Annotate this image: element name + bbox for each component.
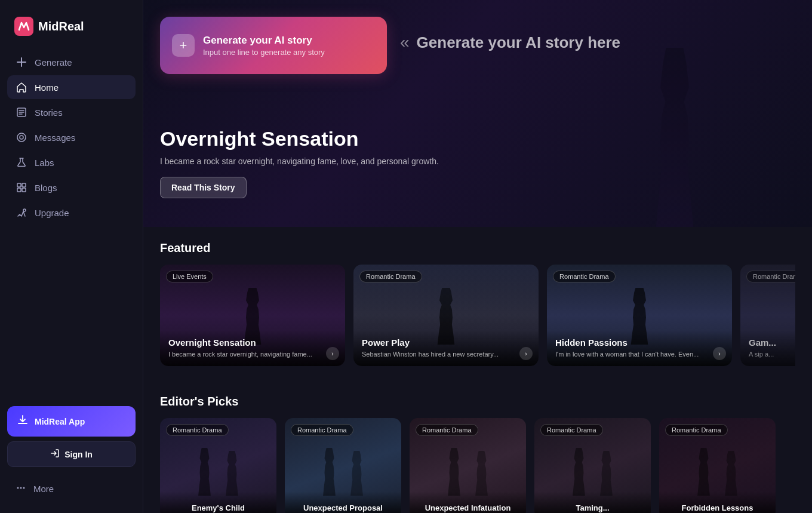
generate-icon — [16, 56, 27, 68]
generate-title: Generate your AI story — [203, 35, 325, 47]
card-desc-hidden: I'm in love with a woman that I can't ha… — [555, 350, 724, 359]
svg-point-10 — [20, 487, 22, 489]
picks-overlay-taming: Taming... — [534, 492, 651, 513]
featured-card-game[interactable]: Romantic Drama Gam... A sip a... — [740, 265, 795, 366]
card-title-hidden: Hidden Passions — [555, 337, 724, 348]
featured-card-power[interactable]: Romantic Drama Power Play Sebastian Wins… — [353, 265, 539, 366]
blogs-icon — [16, 182, 27, 193]
card-overlay-overnight: Overnight Sensation I became a rock star… — [160, 330, 345, 366]
picks-cards-row: Romantic Drama Enemy's Child Romantic Dr… — [160, 418, 795, 513]
card-arrow-power: › — [519, 347, 533, 360]
card-overlay-game: Gam... A sip a... — [740, 330, 795, 366]
picks-badge-taming: Romantic Drama — [540, 424, 603, 436]
generate-subtitle: Input one line to generate any story — [203, 48, 325, 57]
read-story-button[interactable]: Read This Story — [160, 177, 247, 198]
featured-card-hidden[interactable]: Romantic Drama Hidden Passions I'm in lo… — [547, 265, 732, 366]
sidebar-upgrade-label: Upgrade — [35, 208, 69, 218]
picks-card-taming[interactable]: Romantic Drama Taming... — [534, 418, 651, 513]
sidebar-item-stories[interactable]: Stories — [7, 100, 136, 124]
svg-rect-4 — [17, 183, 21, 187]
svg-point-9 — [17, 487, 19, 489]
card-desc-power: Sebastian Winston has hired a new secret… — [362, 350, 530, 359]
card-title-overnight: Overnight Sensation — [168, 337, 337, 348]
card-badge-game: Romantic Drama — [746, 271, 795, 282]
card-arrow-hidden: › — [713, 347, 726, 360]
sign-in-label: Sign In — [64, 450, 93, 459]
sidebar-item-home[interactable]: Home — [7, 75, 136, 99]
card-arrow-overnight: › — [326, 347, 339, 360]
card-badge-overnight: Live Events — [166, 271, 213, 282]
card-title-game: Gam... — [749, 337, 795, 348]
editors-picks-section: Editor's Picks Romantic Drama Enemy's Ch… — [143, 380, 812, 513]
picks-title-proposal: Unexpected Proposal — [291, 503, 395, 513]
generate-plus-icon: + — [172, 34, 195, 57]
upgrade-icon — [16, 207, 27, 219]
picks-title-infatuation: Unexpected Infatuation — [416, 503, 520, 513]
hero-area: + Generate your AI story Input one line … — [143, 0, 812, 227]
svg-point-11 — [23, 487, 25, 489]
picks-badge-proposal: Romantic Drama — [291, 424, 353, 436]
picks-card-infatuation[interactable]: Romantic Drama Unexpected Infatuation — [410, 418, 526, 513]
card-desc-game: A sip a... — [749, 350, 795, 359]
midreal-app-button[interactable]: MidReal App — [7, 406, 136, 437]
featured-section: Featured Live Events Overnight Sensation… — [143, 227, 812, 380]
svg-point-3 — [20, 136, 23, 139]
card-overlay-hidden: Hidden Passions I'm in love with a woman… — [547, 330, 732, 366]
labs-icon — [16, 156, 27, 168]
double-arrow-icon: « — [400, 33, 410, 52]
sidebar-messages-label: Messages — [35, 133, 75, 143]
main-content: + Generate your AI story Input one line … — [143, 0, 812, 513]
svg-point-8 — [23, 209, 26, 211]
sidebar-home-label: Home — [35, 82, 59, 93]
svg-rect-5 — [22, 183, 26, 187]
picks-card-forbidden[interactable]: Romantic Drama Forbidden Lessons — [659, 418, 776, 513]
card-badge-hidden: Romantic Drama — [553, 271, 616, 282]
sidebar-blogs-label: Blogs — [35, 183, 57, 193]
logo[interactable]: MidReal — [7, 12, 136, 50]
hero-story-info: Overnight Sensation I became a rock star… — [160, 127, 439, 198]
sign-in-button[interactable]: Sign In — [7, 441, 136, 467]
sign-in-icon — [50, 449, 60, 460]
stories-icon — [16, 106, 27, 118]
logo-icon — [14, 17, 33, 36]
sidebar: MidReal Generate Home Stories — [0, 0, 143, 513]
generate-here-area: « Generate your AI story here — [400, 33, 620, 52]
hero-story-desc: I became a rock star overnight, navigati… — [160, 156, 439, 166]
picks-title-enemy: Enemy's Child — [166, 503, 270, 513]
sidebar-stories-label: Stories — [35, 107, 63, 118]
picks-card-proposal[interactable]: Romantic Drama Unexpected Proposal — [285, 418, 401, 513]
picks-overlay-enemy: Enemy's Child — [160, 492, 276, 513]
messages-icon — [16, 131, 27, 143]
logo-text: MidReal — [38, 20, 84, 33]
picks-title-taming: Taming... — [540, 503, 645, 513]
midreal-app-label: MidReal App — [35, 417, 85, 426]
more-icon — [16, 483, 26, 495]
sidebar-item-generate[interactable]: Generate — [7, 50, 136, 74]
sidebar-item-upgrade[interactable]: Upgrade — [7, 201, 136, 225]
card-overlay-power: Power Play Sebastian Winston has hired a… — [353, 330, 539, 366]
sidebar-generate-label: Generate — [35, 57, 72, 67]
home-icon — [16, 81, 27, 93]
svg-rect-6 — [17, 188, 21, 192]
generate-banner[interactable]: + Generate your AI story Input one line … — [160, 17, 387, 74]
picks-card-enemy[interactable]: Romantic Drama Enemy's Child — [160, 418, 276, 513]
generate-here-text: Generate your AI story here — [417, 33, 621, 52]
svg-rect-7 — [22, 188, 26, 192]
featured-title: Featured — [160, 227, 795, 255]
hero-story-title: Overnight Sensation — [160, 127, 439, 150]
editors-picks-title: Editor's Picks — [160, 380, 795, 408]
sidebar-labs-label: Labs — [35, 158, 54, 168]
more-label: More — [33, 484, 54, 494]
featured-card-overnight[interactable]: Live Events Overnight Sensation I became… — [160, 265, 345, 366]
picks-overlay-forbidden: Forbidden Lessons — [659, 492, 776, 513]
picks-badge-enemy: Romantic Drama — [166, 424, 229, 436]
picks-badge-forbidden: Romantic Drama — [665, 424, 728, 436]
sidebar-item-blogs[interactable]: Blogs — [7, 176, 136, 199]
sidebar-item-labs[interactable]: Labs — [7, 150, 136, 174]
picks-overlay-proposal: Unexpected Proposal — [285, 492, 401, 513]
more-button[interactable]: More — [7, 477, 136, 501]
card-title-power: Power Play — [362, 337, 530, 348]
sidebar-item-messages[interactable]: Messages — [7, 125, 136, 149]
picks-overlay-infatuation: Unexpected Infatuation — [410, 492, 526, 513]
picks-badge-infatuation: Romantic Drama — [416, 424, 478, 436]
